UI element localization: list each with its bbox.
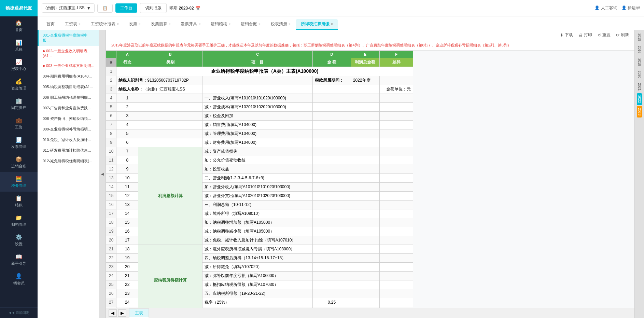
tab-invoice-calc[interactable]: 发票测算 × bbox=[146, 19, 176, 30]
diff-cell[interactable] bbox=[380, 245, 413, 253]
profit-cell[interactable] bbox=[351, 174, 379, 182]
close-tab-salary[interactable]: × bbox=[79, 22, 81, 26]
table-scroll[interactable]: A B C D E F # 行次 类别 项 目 金 额 bbox=[106, 51, 634, 308]
sidebar-item-settle[interactable]: 📋 结账 bbox=[0, 192, 38, 211]
diff-cell[interactable] bbox=[380, 289, 413, 298]
tab-purchase-ledger[interactable]: 进销台账 × bbox=[236, 19, 265, 30]
tab-purchase-verify[interactable]: 进销稽核 × bbox=[206, 19, 235, 30]
diff-cell[interactable] bbox=[380, 111, 413, 120]
sidebar-item-general[interactable]: 📊 总账 bbox=[0, 36, 38, 55]
sidebar-item-member[interactable]: 👤 畅会员 bbox=[0, 269, 38, 289]
diff-cell[interactable] bbox=[380, 120, 413, 129]
profit-cell[interactable] bbox=[351, 253, 379, 262]
diff-cell[interactable] bbox=[380, 182, 413, 191]
tab-invoice-open[interactable]: 发票开具 × bbox=[176, 19, 205, 30]
amount-cell[interactable] bbox=[313, 289, 351, 298]
left-panel-item-003[interactable]: 003-一般企业成本支出明细... bbox=[38, 60, 99, 71]
diff-cell[interactable] bbox=[380, 209, 413, 218]
sidebar-item-home[interactable]: 🏠 首页 bbox=[0, 16, 38, 36]
sidebar-item-report[interactable]: 📈 报表中心 bbox=[0, 55, 38, 75]
profit-cell[interactable] bbox=[351, 165, 379, 174]
print-button[interactable]: 🖨 打印 bbox=[578, 32, 592, 38]
amount-cell[interactable] bbox=[313, 218, 351, 227]
profit-cell[interactable] bbox=[351, 129, 379, 138]
amount-cell[interactable]: 0.25 bbox=[313, 298, 351, 307]
year-2020[interactable]: 2020 bbox=[637, 69, 642, 80]
sidebar-item-guide[interactable]: 📖 新手引导 bbox=[0, 250, 38, 269]
diff-cell[interactable] bbox=[380, 200, 413, 209]
year-2023[interactable]: 2023 bbox=[637, 106, 642, 117]
amount-cell[interactable] bbox=[313, 156, 351, 165]
close-tab-invoice-open[interactable]: × bbox=[198, 22, 200, 26]
amount-cell[interactable] bbox=[313, 165, 351, 174]
close-tab-purchase-ledger[interactable]: × bbox=[258, 22, 261, 26]
profit-cell[interactable] bbox=[351, 102, 379, 111]
diff-cell[interactable] bbox=[380, 147, 413, 156]
sidebar-item-asset[interactable]: 💰 资金管理 bbox=[0, 75, 38, 94]
close-tab-tax-clear[interactable]: × bbox=[289, 22, 291, 26]
download-button[interactable]: ⬇ 下载 bbox=[560, 32, 573, 38]
left-panel-item-010[interactable]: 010-免税、减计收入及加计... bbox=[38, 135, 99, 145]
bottom-tab-main[interactable]: 主表 bbox=[129, 308, 149, 318]
sidebar-item-archive[interactable]: 📁 归档管理 bbox=[0, 211, 38, 231]
diff-cell[interactable] bbox=[380, 236, 413, 245]
left-panel-item-001[interactable]: 001-企业所得税年度纳税申报... bbox=[38, 30, 99, 46]
profit-cell[interactable] bbox=[351, 271, 379, 280]
profit-cell[interactable] bbox=[351, 111, 379, 120]
amount-cell[interactable] bbox=[313, 120, 351, 129]
profit-cell[interactable] bbox=[351, 236, 379, 245]
profit-cell[interactable] bbox=[351, 218, 379, 227]
year-2022[interactable]: 2022 bbox=[637, 93, 642, 105]
amount-cell[interactable] bbox=[313, 262, 351, 271]
left-panel-item-006[interactable]: 006-职工薪酬纳税调整明细... bbox=[38, 92, 99, 103]
refresh-button[interactable]: ⟳ 刷新 bbox=[616, 32, 629, 38]
amount-cell[interactable] bbox=[313, 94, 351, 102]
sidebar-item-settings[interactable]: ⚙️ 设置 bbox=[0, 231, 38, 250]
profit-cell[interactable] bbox=[351, 298, 379, 307]
tab-home[interactable]: 首页 bbox=[42, 19, 59, 30]
diff-cell[interactable] bbox=[380, 129, 413, 138]
diff-cell[interactable] bbox=[380, 280, 413, 289]
diff-cell[interactable] bbox=[380, 174, 413, 182]
left-panel-item-012[interactable]: 012-减免所得税优惠明细表(... bbox=[38, 156, 99, 166]
company-selector[interactable]: (勿删）江西服宝-LSS ▼ bbox=[42, 3, 95, 13]
tab-invoice[interactable]: 发票 × bbox=[124, 19, 145, 30]
close-tab-invoice[interactable]: × bbox=[139, 22, 141, 26]
profit-cell[interactable] bbox=[351, 120, 379, 129]
close-tab-income-tax[interactable]: × bbox=[331, 22, 333, 26]
diff-cell[interactable] bbox=[380, 227, 413, 236]
amount-cell[interactable] bbox=[313, 138, 351, 147]
profit-cell[interactable] bbox=[351, 209, 379, 218]
copy-button[interactable]: 📋 bbox=[97, 4, 113, 13]
left-panel-item-007[interactable]: 007-广告费和业务宣传费跌... bbox=[38, 103, 99, 113]
sidebar-item-invoice[interactable]: 🧾 发票管理 bbox=[0, 133, 38, 153]
amount-cell[interactable] bbox=[313, 280, 351, 289]
profit-cell[interactable] bbox=[351, 227, 379, 236]
amount-cell[interactable] bbox=[313, 191, 351, 200]
year-2018[interactable]: 2018 bbox=[637, 56, 642, 68]
profit-cell[interactable] bbox=[351, 138, 379, 147]
cancel-fixed-button[interactable]: ◄◄ 取消固定 bbox=[0, 307, 38, 318]
diff-cell[interactable] bbox=[380, 102, 413, 111]
diff-cell[interactable] bbox=[380, 298, 413, 307]
sidebar-item-salary[interactable]: 💼 工资 bbox=[0, 114, 38, 133]
profit-cell[interactable] bbox=[351, 182, 379, 191]
profit-cell[interactable] bbox=[351, 262, 379, 271]
tab-salary[interactable]: 工资表 × bbox=[60, 19, 85, 30]
left-panel-item-009[interactable]: 009-企业所得税补亏填损明... bbox=[38, 124, 99, 135]
left-panel-item-008[interactable]: 008-资产折旧、摊销及纳税... bbox=[38, 113, 99, 124]
amount-cell[interactable] bbox=[313, 253, 351, 262]
tab-income-tax[interactable]: 所得税汇算清缴 × bbox=[296, 19, 338, 30]
profit-cell[interactable] bbox=[351, 289, 379, 298]
profit-cell[interactable] bbox=[351, 245, 379, 253]
diff-cell[interactable] bbox=[380, 156, 413, 165]
diff-cell[interactable] bbox=[380, 94, 413, 102]
amount-cell[interactable] bbox=[313, 209, 351, 218]
sidebar-item-tax[interactable]: 🧮 税务管理 bbox=[0, 172, 38, 192]
collapse-button[interactable]: ◀ bbox=[99, 30, 106, 318]
sidebar-item-purchase[interactable]: 📦 进销台账 bbox=[0, 153, 38, 172]
sidebar-item-fixed[interactable]: 🏢 固定资产 bbox=[0, 94, 38, 114]
close-tab-salary-stats[interactable]: × bbox=[117, 22, 119, 26]
close-tab-invoice-calc[interactable]: × bbox=[169, 22, 171, 26]
switch-version-button[interactable]: 切到旧版 bbox=[140, 3, 167, 13]
